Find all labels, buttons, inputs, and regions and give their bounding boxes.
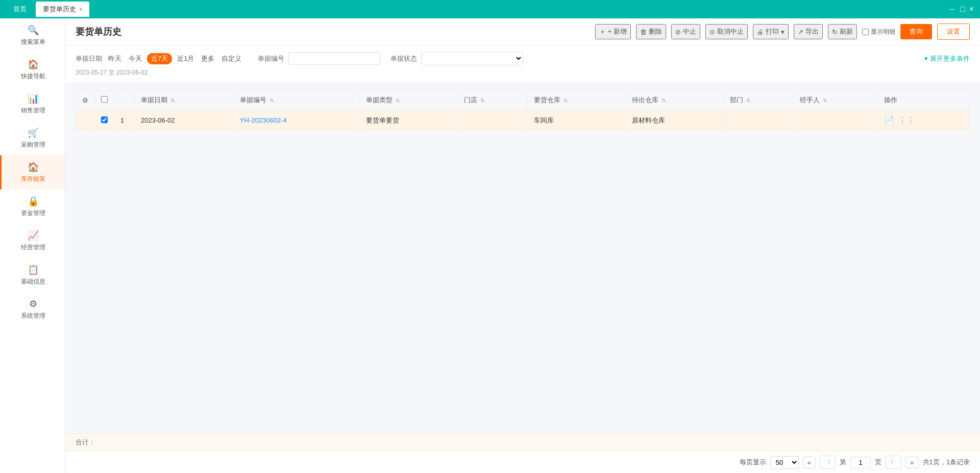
td-settings	[76, 110, 95, 131]
tab-home[interactable]: 首页	[6, 2, 34, 17]
prev-page-button[interactable]: 〈	[820, 456, 836, 469]
sidebar-item-operations[interactable]: 📈 经营管理	[0, 224, 65, 258]
display-detail-checkbox[interactable]	[862, 29, 869, 35]
th-checkbox[interactable]	[95, 90, 114, 110]
date-option-yesterday[interactable]: 昨天	[106, 53, 124, 64]
row-checkbox[interactable]	[101, 116, 108, 123]
sidebar-item-purchase[interactable]: 🛒 采购管理	[0, 121, 65, 155]
th-doc-type-label: 单据类型	[366, 96, 393, 104]
data-table: ⚙ 单据日期 ⇅ 单据编号 ⇅	[76, 90, 970, 131]
select-all-checkbox[interactable]	[101, 96, 108, 103]
display-detail-toggle[interactable]: 显示明细	[862, 28, 895, 36]
date-option-1month[interactable]: 近1月	[175, 53, 196, 64]
table-row[interactable]: 1 2023-06-02 YH-20230602-4 要货单要货 车间库 原材料…	[76, 110, 970, 131]
th-store-label: 门店	[464, 96, 477, 104]
th-handler[interactable]: 经手人 ⇅	[794, 90, 877, 110]
page-title: 要货单历史	[76, 26, 121, 38]
sidebar-item-quick-nav[interactable]: 🏠 快捷导航	[0, 53, 65, 87]
delete-label: 删除	[649, 27, 662, 36]
date-option-today[interactable]: 今天	[127, 53, 144, 64]
sidebar-item-basic-info[interactable]: 📋 基础信息	[0, 258, 65, 292]
td-doc-type: 要货单要货	[360, 110, 458, 131]
doc-number-input[interactable]	[288, 52, 380, 65]
print-button[interactable]: 🖨 打印 ▾	[753, 24, 789, 39]
expand-label: 展开更多条件	[930, 54, 970, 63]
cancel-stop-button[interactable]: ⊙ 取消中止	[705, 24, 748, 39]
th-operation-label: 操作	[884, 96, 897, 104]
sidebar-item-quick-nav-label: 快捷导航	[21, 72, 45, 81]
page-header: 要货单历史 ＋ + 新增 🗑 删除 ⊘ 中止 ⊙ 取消中止	[65, 18, 980, 45]
per-page-select[interactable]: 50 10 20 100	[770, 456, 799, 469]
sidebar-item-finance[interactable]: 🔒 资金管理	[0, 190, 65, 224]
sidebar-item-sales-label: 销售管理	[21, 106, 45, 115]
search-icon: 🔍	[28, 25, 39, 36]
th-req-warehouse[interactable]: 要货仓库 ⇅	[528, 90, 626, 110]
th-dept-label: 部门	[730, 96, 743, 104]
row-actions: 📄 ⋮⋮	[884, 115, 963, 125]
tab-history-label: 要货单历史	[43, 5, 76, 14]
tab-close-icon[interactable]: ×	[79, 6, 82, 12]
tab-history[interactable]: 要货单历史 ×	[36, 2, 89, 17]
date-option-7days[interactable]: 近7天	[147, 53, 172, 64]
td-checkbox[interactable]	[95, 110, 114, 131]
td-doc-no[interactable]: YH-20230602-4	[233, 110, 359, 131]
date-option-more[interactable]: 更多	[199, 53, 216, 64]
delete-button[interactable]: 🗑 删除	[636, 24, 666, 39]
stop-button[interactable]: ⊘ 中止	[671, 24, 700, 39]
close-btn[interactable]: ×	[969, 5, 974, 14]
th-store[interactable]: 门店 ⇅	[458, 90, 528, 110]
sidebar-item-finance-label: 资金管理	[21, 209, 45, 218]
sidebar-item-search[interactable]: 🔍 搜索菜单	[0, 18, 65, 53]
sidebar-item-purchase-label: 采购管理	[21, 140, 45, 149]
status-filter-group: 单据状态	[390, 52, 523, 65]
th-date-label: 单据日期	[141, 96, 167, 104]
page-end-label: 页	[875, 458, 881, 467]
print-icon: 🖨	[757, 28, 764, 36]
last-page-button[interactable]: »	[905, 457, 918, 468]
doc-no-link[interactable]: YH-20230602-4	[240, 116, 287, 124]
stop-icon: ⊘	[675, 28, 681, 36]
window-controls: － □ ×	[948, 4, 974, 15]
row-more-icon[interactable]: ⋮⋮	[898, 115, 915, 125]
td-req-warehouse: 车间库	[528, 110, 626, 131]
status-select[interactable]	[421, 52, 523, 65]
query-button[interactable]: 查询	[900, 24, 932, 39]
th-dept[interactable]: 部门 ⇅	[724, 90, 794, 110]
th-pending-warehouse[interactable]: 待出仓库 ⇅	[626, 90, 724, 110]
sort-store-icon: ⇅	[480, 98, 484, 103]
th-pending-warehouse-label: 待出仓库	[632, 96, 658, 104]
th-settings[interactable]: ⚙	[76, 90, 95, 110]
page-label: 第	[840, 458, 846, 467]
page-input[interactable]	[850, 457, 871, 468]
refresh-button[interactable]: ↻ 刷新	[828, 24, 857, 39]
th-num	[114, 90, 135, 110]
doc-icon: 📋	[28, 264, 39, 275]
th-doc-no-label: 单据编号	[240, 96, 266, 104]
sort-doctype-icon: ⇅	[396, 98, 400, 103]
chart-icon: 📊	[28, 93, 39, 104]
th-handler-label: 经手人	[800, 96, 820, 104]
print-dropdown-icon: ▾	[781, 28, 785, 36]
sidebar-item-system[interactable]: ⚙ 系统管理	[0, 292, 65, 326]
row-edit-icon[interactable]: 📄	[884, 115, 894, 125]
sidebar-item-system-label: 系统管理	[21, 312, 45, 320]
sidebar-item-inventory[interactable]: 🏠 库存核算	[0, 155, 65, 190]
new-label: + 新增	[608, 27, 627, 36]
minimize-btn[interactable]: －	[948, 4, 956, 15]
th-date[interactable]: 单据日期 ⇅	[135, 90, 234, 110]
operations-icon: 📈	[28, 230, 39, 241]
th-doc-type[interactable]: 单据类型 ⇅	[360, 90, 458, 110]
th-operation: 操作	[877, 90, 969, 110]
export-button[interactable]: ↗ 导出	[794, 24, 823, 39]
expand-conditions-button[interactable]: ▾ 展开更多条件	[924, 54, 970, 63]
top-bar: 首页 要货单历史 × － □ ×	[0, 0, 980, 18]
date-option-custom[interactable]: 自定义	[219, 53, 243, 64]
new-button[interactable]: ＋ + 新增	[595, 24, 631, 39]
sidebar-item-sales[interactable]: 📊 销售管理	[0, 87, 65, 121]
next-page-button[interactable]: 〉	[886, 456, 901, 469]
th-doc-no[interactable]: 单据编号 ⇅	[233, 90, 359, 110]
first-page-button[interactable]: «	[803, 457, 816, 468]
gear-icon: ⚙	[29, 298, 37, 310]
maximize-btn[interactable]: □	[960, 5, 965, 14]
settings-button[interactable]: 设置	[937, 23, 970, 40]
